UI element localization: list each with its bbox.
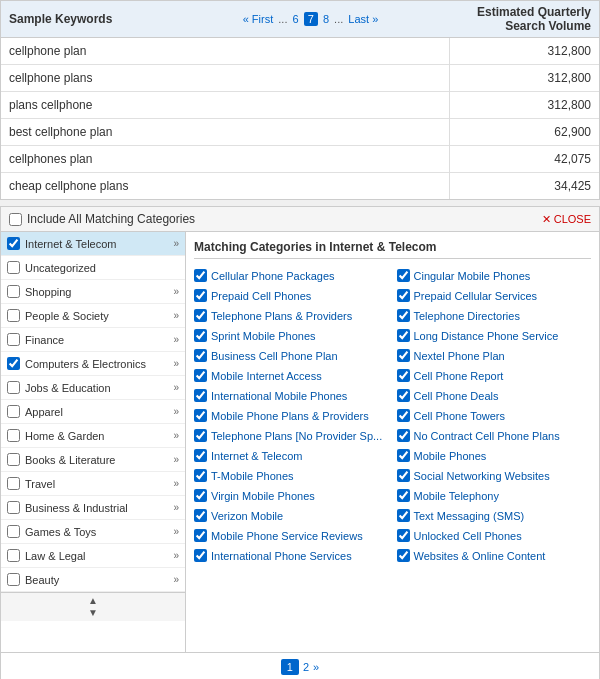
category-checkbox[interactable] bbox=[397, 509, 410, 522]
category-checkbox[interactable] bbox=[194, 409, 207, 422]
category-item[interactable]: Unlocked Cell Phones bbox=[397, 527, 592, 544]
category-checkbox[interactable] bbox=[194, 369, 207, 382]
category-item[interactable]: Internet & Telecom bbox=[194, 447, 389, 464]
sidebar-item[interactable]: Shopping » bbox=[1, 280, 185, 304]
page-next-arrow[interactable]: » bbox=[313, 661, 319, 673]
category-item[interactable]: Cell Phone Report bbox=[397, 367, 592, 384]
category-checkbox[interactable] bbox=[397, 409, 410, 422]
sidebar-checkbox[interactable] bbox=[7, 405, 20, 418]
category-item[interactable]: Nextel Phone Plan bbox=[397, 347, 592, 364]
include-all-checkbox[interactable] bbox=[9, 213, 22, 226]
scroll-down-icon[interactable]: ▼ bbox=[88, 607, 98, 619]
category-item[interactable]: Virgin Mobile Phones bbox=[194, 487, 389, 504]
keywords-pagination[interactable]: « First ... 6 7 8 ... Last » bbox=[210, 13, 411, 25]
sidebar-checkbox[interactable] bbox=[7, 477, 20, 490]
category-item[interactable]: Telephone Plans & Providers bbox=[194, 307, 389, 324]
page-next-link[interactable]: 2 bbox=[303, 661, 309, 673]
pagination-last[interactable]: Last » bbox=[348, 13, 378, 25]
sidebar-checkbox[interactable] bbox=[7, 381, 20, 394]
category-checkbox[interactable] bbox=[194, 549, 207, 562]
category-checkbox[interactable] bbox=[194, 349, 207, 362]
sidebar-item[interactable]: Apparel » bbox=[1, 400, 185, 424]
category-checkbox[interactable] bbox=[194, 329, 207, 342]
category-checkbox[interactable] bbox=[397, 269, 410, 282]
category-checkbox[interactable] bbox=[194, 449, 207, 462]
sidebar-checkbox[interactable] bbox=[7, 573, 20, 586]
category-checkbox[interactable] bbox=[194, 529, 207, 542]
category-item[interactable]: Cell Phone Deals bbox=[397, 387, 592, 404]
category-item[interactable]: Websites & Online Content bbox=[397, 547, 592, 564]
category-checkbox[interactable] bbox=[397, 469, 410, 482]
category-checkbox[interactable] bbox=[397, 449, 410, 462]
category-checkbox[interactable] bbox=[397, 549, 410, 562]
category-item[interactable]: No Contract Cell Phone Plans bbox=[397, 427, 592, 444]
sidebar-item[interactable]: Travel » bbox=[1, 472, 185, 496]
sidebar-checkbox[interactable] bbox=[7, 309, 20, 322]
category-checkbox[interactable] bbox=[194, 509, 207, 522]
category-item[interactable]: Sprint Mobile Phones bbox=[194, 327, 389, 344]
category-checkbox[interactable] bbox=[194, 389, 207, 402]
category-item[interactable]: International Phone Services bbox=[194, 547, 389, 564]
category-item[interactable]: Telephone Plans [No Provider Sp... bbox=[194, 427, 389, 444]
pagination-next[interactable]: 8 bbox=[323, 13, 329, 25]
sidebar-item[interactable]: Business & Industrial » bbox=[1, 496, 185, 520]
sidebar-item[interactable]: Uncategorized bbox=[1, 256, 185, 280]
category-checkbox[interactable] bbox=[194, 309, 207, 322]
include-all-label[interactable]: Include All Matching Categories bbox=[9, 212, 195, 226]
pagination-prev[interactable]: 6 bbox=[293, 13, 299, 25]
category-checkbox[interactable] bbox=[397, 529, 410, 542]
category-item[interactable]: Mobile Phone Service Reviews bbox=[194, 527, 389, 544]
category-checkbox[interactable] bbox=[194, 289, 207, 302]
category-item[interactable]: T-Mobile Phones bbox=[194, 467, 389, 484]
category-item[interactable]: Social Networking Websites bbox=[397, 467, 592, 484]
sidebar-item[interactable]: Jobs & Education » bbox=[1, 376, 185, 400]
category-item[interactable]: Cell Phone Towers bbox=[397, 407, 592, 424]
category-item[interactable]: Mobile Telephony bbox=[397, 487, 592, 504]
sidebar-item[interactable]: Books & Literature » bbox=[1, 448, 185, 472]
sidebar-checkbox[interactable] bbox=[7, 333, 20, 346]
category-checkbox[interactable] bbox=[397, 389, 410, 402]
category-checkbox[interactable] bbox=[397, 429, 410, 442]
category-item[interactable]: Mobile Internet Access bbox=[194, 367, 389, 384]
category-item[interactable]: Cellular Phone Packages bbox=[194, 267, 389, 284]
category-item[interactable]: Telephone Directories bbox=[397, 307, 592, 324]
category-checkbox[interactable] bbox=[397, 489, 410, 502]
category-checkbox[interactable] bbox=[397, 369, 410, 382]
sidebar-checkbox[interactable] bbox=[7, 285, 20, 298]
sidebar-checkbox[interactable] bbox=[7, 429, 20, 442]
category-item[interactable]: Text Messaging (SMS) bbox=[397, 507, 592, 524]
sidebar-item[interactable]: People & Society » bbox=[1, 304, 185, 328]
category-item[interactable]: International Mobile Phones bbox=[194, 387, 389, 404]
scroll-up-icon[interactable]: ▲ bbox=[88, 595, 98, 607]
sidebar-item[interactable]: Internet & Telecom » bbox=[1, 232, 185, 256]
sidebar-item[interactable]: Beauty » bbox=[1, 568, 185, 592]
sidebar-checkbox[interactable] bbox=[7, 549, 20, 562]
sidebar-item[interactable]: Computers & Electronics » bbox=[1, 352, 185, 376]
category-item[interactable]: Long Distance Phone Service bbox=[397, 327, 592, 344]
sidebar-item[interactable]: Home & Garden » bbox=[1, 424, 185, 448]
category-item[interactable]: Verizon Mobile bbox=[194, 507, 389, 524]
category-checkbox[interactable] bbox=[194, 469, 207, 482]
pagination-first[interactable]: « First bbox=[243, 13, 274, 25]
category-item[interactable]: Cingular Mobile Phones bbox=[397, 267, 592, 284]
category-item[interactable]: Business Cell Phone Plan bbox=[194, 347, 389, 364]
sidebar-item[interactable]: Finance » bbox=[1, 328, 185, 352]
sidebar-item[interactable]: Law & Legal » bbox=[1, 544, 185, 568]
sidebar-checkbox[interactable] bbox=[7, 453, 20, 466]
sidebar-item[interactable]: Games & Toys » bbox=[1, 520, 185, 544]
category-checkbox[interactable] bbox=[397, 309, 410, 322]
category-item[interactable]: Mobile Phone Plans & Providers bbox=[194, 407, 389, 424]
sidebar-checkbox[interactable] bbox=[7, 237, 20, 250]
category-item[interactable]: Prepaid Cell Phones bbox=[194, 287, 389, 304]
category-checkbox[interactable] bbox=[397, 289, 410, 302]
sidebar-checkbox[interactable] bbox=[7, 501, 20, 514]
sidebar-checkbox[interactable] bbox=[7, 261, 20, 274]
category-checkbox[interactable] bbox=[397, 349, 410, 362]
category-checkbox[interactable] bbox=[194, 429, 207, 442]
sidebar-checkbox[interactable] bbox=[7, 357, 20, 370]
category-item[interactable]: Prepaid Cellular Services bbox=[397, 287, 592, 304]
category-checkbox[interactable] bbox=[194, 269, 207, 282]
category-item[interactable]: Mobile Phones bbox=[397, 447, 592, 464]
category-checkbox[interactable] bbox=[194, 489, 207, 502]
close-button[interactable]: ✕ CLOSE bbox=[542, 213, 591, 226]
